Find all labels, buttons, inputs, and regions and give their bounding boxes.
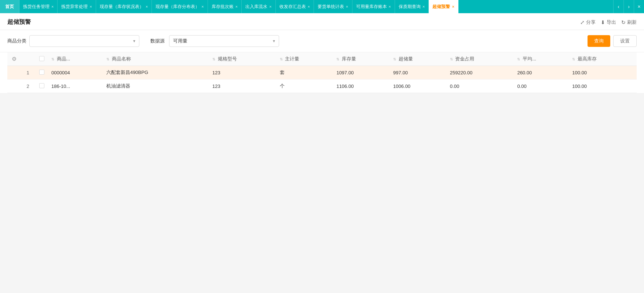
close-icon[interactable]: × (51, 4, 54, 9)
tab-拣货异常处理[interactable]: 拣货异常处理 × (58, 0, 96, 13)
row-code-cell: 0000004 (48, 66, 103, 79)
row-spec-cell: 123 (209, 66, 277, 79)
nav-arrows: ‹ › × (613, 0, 644, 13)
col-settings-header: ⚙ (7, 52, 21, 66)
select-all-checkbox[interactable] (39, 56, 44, 61)
close-icon[interactable]: × (235, 4, 238, 9)
close-icon[interactable]: × (422, 4, 425, 9)
col-unit-header[interactable]: ⇅ 主计量 (277, 52, 334, 66)
row-checkbox[interactable] (39, 70, 44, 75)
row-checkbox-cell (35, 79, 48, 93)
tab-收发存汇总表[interactable]: 收发存汇总表 × (276, 0, 314, 13)
row-excess-cell: 997.00 (390, 66, 447, 79)
col-checkbox-header (35, 52, 48, 66)
sort-icon: ⇅ (212, 57, 215, 61)
data-table: ⚙ ⇅ 商品... ⇅ 商品名称 ⇅ (7, 52, 637, 93)
share-icon: ⤢ (580, 19, 585, 25)
datasource-select[interactable]: 可用量 ▾ (169, 35, 279, 47)
export-button[interactable]: ⬇ 导出 (601, 19, 616, 26)
row-name-cell: 机油滤清器 (103, 79, 209, 93)
row-settings-cell (7, 79, 21, 93)
close-icon[interactable]: × (452, 4, 454, 9)
close-icon[interactable]: × (89, 4, 92, 9)
row-settings-cell (7, 66, 21, 79)
header-actions: ⤢ 分享 ⬇ 导出 ↻ 刷新 (580, 19, 637, 26)
tab-超储预警[interactable]: 超储预警 × (429, 0, 458, 13)
refresh-icon: ↻ (621, 19, 626, 25)
row-max-cell: 100.00 (569, 66, 637, 79)
chevron-down-icon: ▾ (273, 38, 275, 44)
row-capital-cell: 0.00 (447, 79, 515, 93)
table-row: 2 186-10... 机油滤清器 123 个 1106.00 1006.00 … (7, 79, 637, 93)
category-filter-group: 商品分类 ▾ (7, 35, 139, 47)
export-icon: ⬇ (601, 19, 605, 25)
tab-可用量库存账本[interactable]: 可用量库存账本 × (352, 0, 395, 13)
col-index-header (21, 52, 35, 66)
sort-icon: ⇅ (280, 57, 283, 61)
tab-保质期查询[interactable]: 保质期查询 × (395, 0, 429, 13)
row-avg-cell: 0.00 (514, 79, 569, 93)
page-header: 超储预警 ⤢ 分享 ⬇ 导出 ↻ 刷新 (0, 13, 644, 30)
query-button[interactable]: 查询 (588, 35, 610, 47)
data-table-container: ⚙ ⇅ 商品... ⇅ 商品名称 ⇅ (0, 52, 644, 93)
row-unit-cell: 个 (277, 79, 334, 93)
col-stock-header[interactable]: ⇅ 库存量 (333, 52, 390, 66)
sort-icon: ⇅ (572, 57, 575, 61)
refresh-button[interactable]: ↻ 刷新 (621, 19, 637, 26)
row-excess-cell: 1006.00 (390, 79, 447, 93)
row-stock-cell: 1097.00 (333, 66, 390, 79)
close-icon[interactable]: × (389, 4, 391, 9)
tab-现存量库存分布表[interactable]: 现存量（库存分布表） × (152, 0, 208, 13)
nav-prev-button[interactable]: ‹ (613, 0, 623, 13)
sort-icon: ⇅ (106, 57, 109, 61)
settings-button[interactable]: 设置 (613, 35, 637, 47)
close-icon[interactable]: × (346, 4, 348, 9)
nav-next-button[interactable]: › (623, 0, 634, 13)
sort-icon: ⇅ (450, 57, 453, 61)
gear-icon[interactable]: ⚙ (12, 56, 17, 62)
row-max-cell: 100.00 (569, 79, 637, 93)
col-spec-header[interactable]: ⇅ 规格型号 (209, 52, 277, 66)
main-content: 超储预警 ⤢ 分享 ⬇ 导出 ↻ 刷新 商品分类 ▾ 数据源 (0, 13, 644, 93)
sort-icon: ⇅ (393, 57, 396, 61)
row-code-cell: 186-10... (48, 79, 103, 93)
sort-icon: ⇅ (517, 57, 520, 61)
col-max-header[interactable]: ⇅ 最高库存 (569, 52, 637, 66)
col-excess-header[interactable]: ⇅ 超储量 (390, 52, 447, 66)
row-checkbox[interactable] (39, 83, 44, 88)
close-icon[interactable]: × (269, 4, 271, 9)
col-code-header[interactable]: ⇅ 商品... (48, 52, 103, 66)
category-label: 商品分类 (7, 38, 26, 44)
row-spec-cell: 123 (209, 79, 277, 93)
page-title: 超储预警 (7, 18, 31, 26)
table-header-row: ⚙ ⇅ 商品... ⇅ 商品名称 ⇅ (7, 52, 637, 66)
filter-area: 商品分类 ▾ 数据源 可用量 ▾ 查询 设置 (0, 30, 644, 52)
row-avg-cell: 260.00 (514, 66, 569, 79)
top-navigation: 首页 拣货任务管理 × 拣货异常处理 × 现存量（库存状况表） × 现存量（库存… (0, 0, 644, 13)
row-stock-cell: 1106.00 (333, 79, 390, 93)
row-unit-cell: 套 (277, 66, 334, 79)
datasource-value: 可用量 (173, 38, 187, 44)
nav-home[interactable]: 首页 (0, 0, 19, 13)
row-capital-cell: 259220.00 (447, 66, 515, 79)
share-button[interactable]: ⤢ 分享 (580, 19, 596, 26)
row-index-cell: 1 (21, 66, 35, 79)
col-avg-header[interactable]: ⇅ 平均... (514, 52, 569, 66)
close-icon[interactable]: × (146, 4, 148, 9)
nav-close-button[interactable]: × (634, 0, 644, 13)
row-index-cell: 2 (21, 79, 35, 93)
close-icon[interactable]: × (201, 4, 204, 9)
tab-出入库流水[interactable]: 出入库流水 × (242, 0, 275, 13)
tab-要货单统计表[interactable]: 要货单统计表 × (314, 0, 352, 13)
close-icon[interactable]: × (308, 4, 310, 9)
table-row: 1 0000004 六配套新昌490BPG 123 套 1097.00 997.… (7, 66, 637, 79)
tab-现存量库存状况表[interactable]: 现存量（库存状况表） × (96, 0, 152, 13)
row-name-cell: 六配套新昌490BPG (103, 66, 209, 79)
tab-库存批次账[interactable]: 库存批次账 × (208, 0, 242, 13)
datasource-label: 数据源 (150, 38, 165, 44)
col-name-header[interactable]: ⇅ 商品名称 (103, 52, 209, 66)
tab-拣货任务管理[interactable]: 拣货任务管理 × (19, 0, 58, 13)
col-capital-header[interactable]: ⇅ 资金占用 (447, 52, 515, 66)
chevron-down-icon: ▾ (133, 38, 135, 44)
category-select[interactable]: ▾ (29, 35, 139, 47)
